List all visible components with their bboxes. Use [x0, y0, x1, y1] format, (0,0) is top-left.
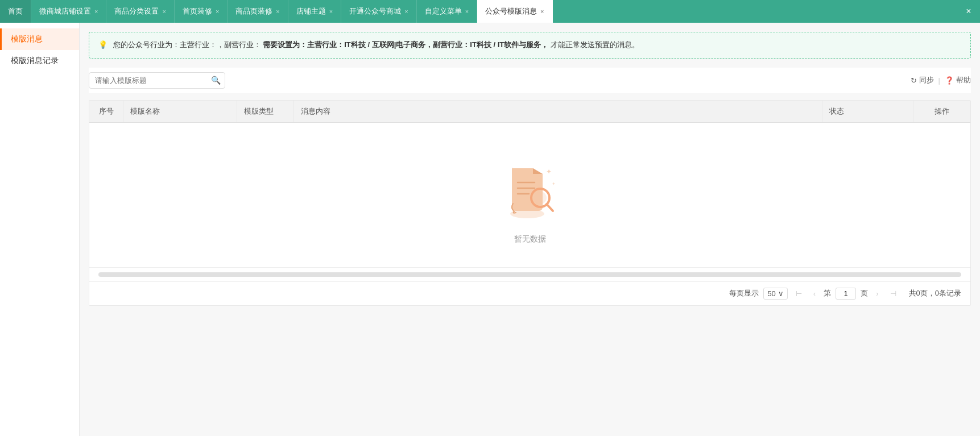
page-size-select[interactable]: 50 ∨ — [763, 288, 787, 300]
page-prev-button[interactable]: ‹ — [810, 288, 819, 299]
search-icon[interactable]: 🔍 — [211, 76, 221, 85]
svg-text:✦: ✦ — [552, 181, 556, 186]
search-bar: 🔍 ↻ 同步 | ❓ 帮助 — [89, 68, 971, 93]
col-header-type: 模版类型 — [237, 101, 294, 122]
svg-line-6 — [547, 204, 553, 211]
notice-highlight: 需要设置为：主营行业：IT科技 / 互联网|电子商务，副营行业：IT科技 / I… — [263, 40, 548, 49]
tab-shop-theme-close[interactable]: × — [329, 8, 333, 15]
tab-custom-menu[interactable]: 自定义菜单 × — [417, 0, 477, 23]
empty-state: ✦ ✦ 暂无数据 — [89, 123, 970, 267]
tab-category-setting-close[interactable]: × — [162, 8, 166, 15]
col-header-name: 模版名称 — [123, 101, 237, 122]
data-table: 序号 模版名称 模版类型 消息内容 状态 操作 — [89, 100, 971, 306]
notice-suffix: 才能正常发送预置的消息。 — [551, 40, 639, 49]
svg-point-5 — [534, 192, 547, 204]
horizontal-scrollbar[interactable] — [98, 272, 961, 277]
main-layout: 模版消息 模版消息记录 💡 您的公众号行业为：主营行业：，副营行业： 需要设置为… — [0, 23, 980, 436]
tab-open-mall[interactable]: 开通公众号商城 × — [341, 0, 416, 23]
tab-home-decor-close[interactable]: × — [216, 8, 219, 15]
page-size-value: 50 — [767, 289, 775, 298]
tab-category-setting-label: 商品分类设置 — [114, 6, 159, 16]
tab-home[interactable]: 首页 — [0, 0, 31, 23]
notice-prefix: 您的公众号行业为：主营行业：，副营行业： — [113, 40, 261, 49]
tab-product-decor-label: 商品页装修 — [235, 6, 272, 16]
page-size-label: 每页显示 — [729, 288, 759, 298]
page-word: 页 — [861, 288, 868, 298]
page-next-button[interactable]: › — [873, 288, 882, 299]
top-navigation: 首页 微商城店铺设置 × 商品分类设置 × 首页装修 × 商品页装修 × 店铺主… — [0, 0, 980, 23]
tab-shop-setting[interactable]: 微商城店铺设置 × — [31, 0, 106, 23]
tab-shop-theme[interactable]: 店铺主题 × — [288, 0, 341, 23]
bulb-icon: 💡 — [98, 40, 107, 49]
tab-template-msg-label: 公众号模版消息 — [485, 6, 537, 16]
sidebar-item-template-msg-record-label: 模版消息记录 — [11, 56, 59, 65]
page-size-dropdown-icon: ∨ — [778, 289, 784, 298]
sidebar-item-template-msg-label: 模版消息 — [11, 34, 43, 43]
tab-custom-menu-label: 自定义菜单 — [425, 6, 462, 16]
notice-box: 💡 您的公众号行业为：主营行业：，副营行业： 需要设置为：主营行业：IT科技 /… — [89, 32, 971, 59]
col-header-seq: 序号 — [89, 101, 123, 122]
help-button[interactable]: ❓ 帮助 — [945, 75, 971, 85]
help-icon: ❓ — [945, 76, 954, 85]
table-header: 序号 模版名称 模版类型 消息内容 状态 操作 — [89, 101, 970, 123]
sidebar: 模版消息 模版消息记录 — [0, 23, 80, 436]
sync-icon: ↻ — [911, 76, 917, 85]
svg-text:✦: ✦ — [546, 168, 552, 176]
sync-label: 同步 — [919, 75, 934, 85]
page-number-input[interactable]: 1 — [836, 288, 856, 300]
page-last-button[interactable]: ⊣ — [887, 288, 900, 299]
tab-home-decor-label: 首页装修 — [183, 6, 212, 16]
sidebar-item-template-msg[interactable]: 模版消息 — [0, 28, 79, 50]
empty-text: 暂无数据 — [514, 234, 546, 244]
tab-shop-setting-label: 微商城店铺设置 — [39, 6, 91, 16]
tab-product-decor-close[interactable]: × — [276, 8, 279, 15]
tab-custom-menu-close[interactable]: × — [465, 8, 469, 15]
tab-home-decor[interactable]: 首页装修 × — [175, 0, 228, 23]
search-actions: ↻ 同步 | ❓ 帮助 — [911, 75, 971, 85]
scrollbar-area — [89, 267, 970, 281]
tab-product-decor[interactable]: 商品页装修 × — [228, 0, 288, 23]
tab-open-mall-label: 开通公众号商城 — [349, 6, 401, 16]
page-total: 共0页，0条记录 — [909, 288, 961, 298]
sidebar-item-template-msg-record[interactable]: 模版消息记录 — [0, 50, 79, 72]
tab-home-label: 首页 — [8, 6, 23, 16]
actions-divider: | — [938, 76, 940, 85]
search-input-wrapper: 🔍 — [89, 72, 225, 89]
sync-button[interactable]: ↻ 同步 — [911, 75, 934, 85]
search-input[interactable] — [89, 72, 225, 89]
page-first-button[interactable]: ⊢ — [792, 288, 805, 299]
window-close-icon: × — [966, 6, 971, 16]
tab-shop-theme-label: 店铺主题 — [296, 6, 326, 16]
col-header-status: 状态 — [822, 101, 913, 122]
page-di-word: 第 — [824, 288, 831, 298]
content-area: 💡 您的公众号行业为：主营行业：，副营行业： 需要设置为：主营行业：IT科技 /… — [80, 23, 980, 436]
col-header-content: 消息内容 — [294, 101, 822, 122]
col-header-action: 操作 — [913, 101, 970, 122]
tab-shop-setting-close[interactable]: × — [94, 8, 98, 15]
empty-illustration: ✦ ✦ — [496, 157, 564, 225]
tab-open-mall-close[interactable]: × — [404, 8, 408, 15]
tab-template-msg[interactable]: 公众号模版消息 × — [477, 0, 552, 23]
tab-category-setting[interactable]: 商品分类设置 × — [106, 0, 174, 23]
window-close-button[interactable]: × — [957, 0, 980, 23]
help-label: 帮助 — [956, 75, 971, 85]
tab-template-msg-close[interactable]: × — [540, 8, 544, 15]
pagination: 每页显示 50 ∨ ⊢ ‹ 第 1 页 › ⊣ 共0页，0条记录 — [89, 281, 970, 305]
